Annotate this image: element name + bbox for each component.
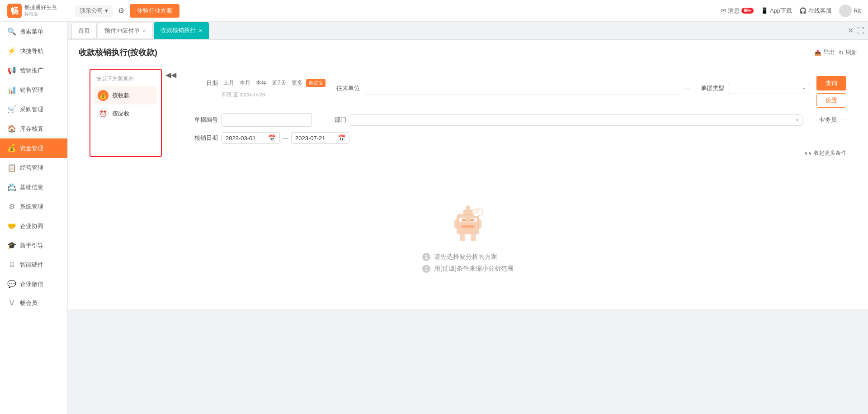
refresh-button[interactable]: ↻ 刷新 <box>839 48 857 57</box>
doc-no-group: 单据编号 <box>191 113 312 127</box>
message-button[interactable]: ✉ 消息 99+ <box>721 7 754 15</box>
logo-text: 畅捷通好生意 标准版 <box>24 4 57 18</box>
tab-label-2: 收款核销执行 <box>160 26 196 34</box>
sidebar-item-3[interactable]: 📊销售管理 <box>0 80 67 100</box>
staff-more-btn[interactable]: ··· <box>840 116 846 124</box>
tab-bar: 首页预付冲应付单✕收款核销执行✕ ✕ ⛶ <box>68 22 868 40</box>
date-more-btn[interactable]: 更多 <box>290 78 304 88</box>
verify-date-to-input[interactable] <box>295 135 336 142</box>
sidebar-label-7: 经营管理 <box>20 164 43 172</box>
verify-date-range: 📅 — 📅 <box>222 132 349 144</box>
svg-rect-6 <box>463 209 472 215</box>
sidebar-item-9[interactable]: ⚙系统管理 <box>0 197 67 216</box>
settings-button[interactable]: 设置 <box>816 93 846 108</box>
filter-scheme-panel: 按以下方案查询 💰 按收款 ⏰ 按应收 <box>90 69 162 157</box>
doc-type-select-wrap[interactable]: ▾ <box>728 83 809 94</box>
sidebar-item-14[interactable]: V畅会员 <box>0 294 67 313</box>
sidebar-icon-14: V <box>7 299 16 307</box>
tip-num-1: 1 <box>422 253 430 261</box>
receipt-icon: 💰 <box>98 90 108 101</box>
app-download-button[interactable]: 📱 App下载 <box>761 7 792 15</box>
filter-collapse-button[interactable]: ◀◀ <box>162 71 180 79</box>
verify-date-from-wrap: 📅 <box>222 132 280 144</box>
date-this-year-btn[interactable]: 本年 <box>254 78 269 88</box>
sidebar-label-5: 库存核算 <box>20 125 43 133</box>
company-selector[interactable]: 演示公司 ▾ <box>75 5 113 17</box>
settings-gear-button[interactable]: ⚙ <box>116 5 126 17</box>
sidebar-item-5[interactable]: 🏠库存核算 <box>0 119 67 138</box>
sidebar-label-0: 搜索菜单 <box>20 28 43 36</box>
sidebar-icon-2: 📢 <box>7 66 16 75</box>
filter-panel: 按以下方案查询 💰 按收款 ⏰ 按应收 ◀◀ <box>68 62 868 164</box>
date-this-month-btn[interactable]: 本月 <box>238 78 252 88</box>
tab-close-2[interactable]: ✕ <box>198 28 202 33</box>
sidebar-item-7[interactable]: 📋经营管理 <box>0 158 67 177</box>
tab-close-1[interactable]: ✕ <box>142 29 146 33</box>
sidebar-icon-11: 🎓 <box>7 241 16 250</box>
date-nolimit: 不限 <box>222 91 231 98</box>
sidebar-icon-1: ⚡ <box>7 47 16 55</box>
sidebar-item-2[interactable]: 📢营销推广 <box>0 61 67 80</box>
sidebar-label-10: 企业协同 <box>20 222 43 230</box>
svg-rect-10 <box>460 234 465 241</box>
sidebar-icon-8: 📇 <box>7 183 16 191</box>
query-button[interactable]: 查询 <box>816 76 846 90</box>
sidebar-item-12[interactable]: 🖥智能硬件 <box>0 255 67 274</box>
verify-date-to-wrap: 📅 <box>291 132 349 144</box>
top-bar-right: ✉ 消息 99+ 📱 App下载 🎧 在线客服 Rit <box>721 5 861 17</box>
filter-option-by-receipt[interactable]: 💰 按收款 <box>94 86 157 105</box>
sidebar-item-4[interactable]: 🛒采购管理 <box>0 100 67 119</box>
filter-option-by-receivable[interactable]: ⏰ 按应收 <box>94 105 157 123</box>
dept-select[interactable] <box>354 117 798 124</box>
verify-date-from-input[interactable] <box>226 135 266 142</box>
sidebar-label-3: 销售管理 <box>20 86 43 94</box>
calendar-from-icon[interactable]: 📅 <box>268 134 276 142</box>
sidebar-item-10[interactable]: 🤝企业协同 <box>0 216 67 236</box>
sidebar: 🔍搜索菜单⚡快捷导航📢营销推广📊销售管理🛒采购管理🏠库存核算💰资金管理📋经营管理… <box>0 22 68 414</box>
export-button[interactable]: 📤 导出 <box>814 48 835 57</box>
svg-rect-5 <box>461 225 475 228</box>
doc-no-input[interactable] <box>222 113 312 127</box>
sidebar-label-14: 畅会员 <box>20 299 38 307</box>
counterpart-more-btn[interactable]: ··· <box>684 84 690 92</box>
dept-select-wrap[interactable]: ▾ <box>350 114 802 126</box>
date-filter-group: 日期 上月 本月 本年 近7天 更多 自定义 不限 <box>191 78 326 98</box>
svg-rect-11 <box>471 234 476 241</box>
service-icon: 🎧 <box>799 7 807 14</box>
page-title: 收款核销执行(按收款) <box>79 47 157 58</box>
staff-label: 业务员 <box>810 116 837 124</box>
calendar-to-icon[interactable]: 📅 <box>338 134 345 142</box>
sidebar-item-6[interactable]: 💰资金管理 <box>0 138 67 158</box>
user-menu[interactable]: Rit <box>839 5 861 17</box>
tab-0[interactable]: 首页 <box>71 23 97 39</box>
content-area: 收款核销执行(按收款) 📤 导出 ↻ 刷新 按以下方案查询 💰 按收款 <box>68 40 868 414</box>
refresh-icon: ↻ <box>839 49 844 56</box>
page-header-actions: 📤 导出 ↻ 刷新 <box>814 48 857 57</box>
sidebar-item-11[interactable]: 🎓新手引导 <box>0 236 67 255</box>
tip-num-2: 2 <box>422 265 430 273</box>
tab-1[interactable]: 预付冲应付单✕ <box>98 23 153 39</box>
tab-2[interactable]: 收款核销执行✕ <box>154 22 209 39</box>
expand-tab-button[interactable]: ⛶ <box>857 27 864 35</box>
collapse-more-button[interactable]: ∧∧ 收起更多条件 <box>804 149 846 157</box>
message-badge: 99+ <box>741 8 754 14</box>
sidebar-icon-5: 🏠 <box>7 124 16 133</box>
sidebar-icon-12: 🖥 <box>7 261 16 269</box>
empty-state: 1 请先选择要分析的方案 2 用[过滤]条件来缩小分析范围 <box>68 164 868 309</box>
doc-type-select[interactable] <box>732 85 805 92</box>
sidebar-item-8[interactable]: 📇基础信息 <box>0 177 67 197</box>
sidebar-item-13[interactable]: 💬企业微信 <box>0 274 67 294</box>
industry-solution-button[interactable]: 休验行业方案 <box>130 4 179 18</box>
sidebar-item-0[interactable]: 🔍搜索菜单 <box>0 22 67 41</box>
app-icon: 📱 <box>761 7 768 14</box>
filter-row-3: 核销日期 📅 — 📅 <box>191 132 846 144</box>
doc-type-group: 单据类型 ▾ <box>697 83 809 94</box>
sidebar-label-13: 企业微信 <box>20 280 43 288</box>
svg-rect-8 <box>454 219 458 228</box>
date-7days-btn[interactable]: 近7天 <box>270 78 288 88</box>
close-tab-button[interactable]: ✕ <box>848 26 854 35</box>
online-service-button[interactable]: 🎧 在线客服 <box>799 7 832 15</box>
counterpart-group: 往来单位 ··· <box>333 81 690 95</box>
sidebar-item-1[interactable]: ⚡快捷导航 <box>0 41 67 61</box>
date-last-month-btn[interactable]: 上月 <box>222 78 236 88</box>
